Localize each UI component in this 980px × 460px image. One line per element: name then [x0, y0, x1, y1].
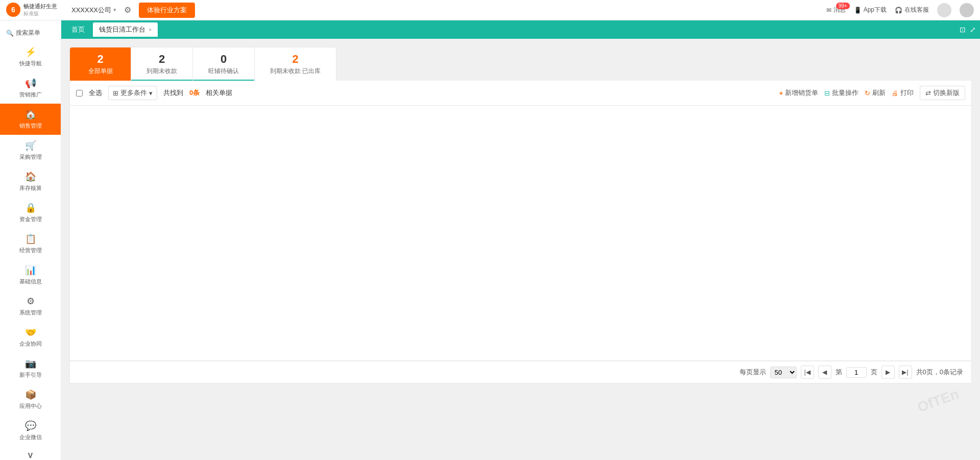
select-all-label: 全选	[89, 88, 102, 98]
member-icon: V	[28, 451, 33, 459]
switch-version-button[interactable]: ⇄ 切换新版	[920, 86, 965, 100]
switch-icon: ⇄	[925, 89, 931, 97]
company-selector[interactable]: XXXXXX公司 ▾	[71, 6, 116, 15]
finance-icon: 🔒	[25, 202, 36, 213]
sidebar-item-cooperation[interactable]: 🤝 企业协同	[0, 322, 61, 353]
print-icon: 🖨	[892, 89, 898, 97]
guide-icon: 📷	[25, 358, 36, 369]
tab-work-bench[interactable]: 钱货日清工作台 ×	[93, 22, 158, 37]
first-page-button[interactable]: |◀	[801, 366, 814, 379]
prev-page-button[interactable]: ◀	[818, 366, 831, 379]
message-badge: 99+	[836, 3, 850, 9]
batch-icon: ⊟	[824, 89, 830, 97]
sidebar-item-member[interactable]: V 畅会员	[0, 446, 61, 460]
wechat-icon: 💬	[25, 420, 36, 431]
system-icon: ⚙	[27, 296, 35, 307]
switch-label: 切换新版	[933, 88, 960, 98]
select-all-checkbox[interactable]	[76, 90, 83, 96]
refresh-icon: ↻	[865, 89, 870, 97]
sidebar-item-label-basic-info: 基础信息	[19, 278, 42, 285]
stats-tabs: 2 全部单据 2 到期未收款 0 旺辅待确认 2 到期未收款 已出库	[69, 47, 336, 81]
sidebar-item-label-sales: 销售管理	[19, 122, 42, 130]
related-text: 相关单据	[206, 88, 232, 98]
user-avatar-2[interactable]	[960, 3, 974, 17]
settings-button[interactable]: ⚙	[120, 3, 135, 17]
top-header: 6 畅捷通好生意 标准版 XXXXXX公司 ▾ ⚙ 体验行业方案 ✉ 消息 99…	[0, 0, 980, 20]
search-icon: 🔍	[6, 30, 14, 37]
filter-button[interactable]: ⊞ 更多条件 ▾	[108, 86, 157, 100]
app-download-action[interactable]: 📱 App下载	[854, 6, 887, 14]
app-center-icon: 📦	[25, 389, 36, 400]
sidebar-item-quick-nav[interactable]: ⚡ 快捷导航	[0, 41, 61, 72]
stat-label-all: 全部单据	[88, 67, 113, 76]
stat-tab-all[interactable]: 2 全部单据	[70, 47, 131, 81]
sidebar-item-finance[interactable]: 🔒 资金管理	[0, 197, 61, 228]
message-action[interactable]: ✉ 消息 99+	[826, 6, 846, 14]
plus-icon: +	[779, 89, 783, 97]
window-expand-icon[interactable]: ⤢	[970, 26, 976, 34]
page-input[interactable]	[846, 367, 867, 378]
company-name: XXXXXX公司	[71, 6, 111, 15]
sidebar-item-label-marketing: 营销推广	[19, 91, 42, 99]
user-avatar[interactable]	[937, 3, 951, 17]
filter-label: 更多条件	[120, 88, 147, 98]
window-restore-icon[interactable]: ⊡	[960, 26, 966, 34]
toolbar-right: + 新增销货单 ⊟ 批量操作 ↻ 刷新 🖨 打印 ⇄ 切换新版	[779, 86, 965, 100]
pagination-bar: 每页显示 50 100 200 |◀ ◀ 第 页 ▶ ▶| 共0页，0条记录	[69, 361, 972, 383]
logo-icon: 6	[6, 3, 20, 17]
sidebar-item-sales[interactable]: 🏠 销售管理	[0, 104, 61, 135]
header-left: 6 畅捷通好生意 标准版 XXXXXX公司 ▾ ⚙ 体验行业方案	[6, 3, 195, 18]
batch-op-button[interactable]: ⊟ 批量操作	[824, 88, 859, 98]
stat-num-pending: 0	[220, 53, 227, 66]
per-page-label: 每页显示	[740, 368, 766, 377]
sidebar-search[interactable]: 🔍 搜索菜单	[0, 25, 61, 41]
add-sale-button[interactable]: + 新增销货单	[779, 88, 818, 98]
refresh-button[interactable]: ↻ 刷新	[865, 88, 886, 98]
refresh-label: 刷新	[872, 88, 886, 98]
print-label: 打印	[900, 88, 914, 98]
message-icon: ✉	[826, 7, 831, 14]
toolbar: 全选 ⊞ 更多条件 ▾ 共找到 0条 相关单据 + 新增销货单 ⊟ 批量操作 ↻…	[69, 81, 972, 106]
sidebar-item-inventory[interactable]: 🏠 库存核算	[0, 166, 61, 197]
quick-nav-icon: ⚡	[25, 46, 36, 58]
sidebar-item-basic-info[interactable]: 📊 基础信息	[0, 259, 61, 290]
tab-home[interactable]: 首页	[65, 22, 91, 37]
sidebar-item-app-center[interactable]: 📦 应用中心	[0, 384, 61, 415]
sidebar-item-operations[interactable]: 📋 经营管理	[0, 228, 61, 259]
sidebar-item-label-inventory: 库存核算	[19, 184, 42, 192]
print-button[interactable]: 🖨 打印	[892, 88, 914, 98]
stat-tab-overdue-out[interactable]: 2 到期未收款 已出库	[255, 47, 336, 81]
sidebar-item-marketing[interactable]: 📢 营销推广	[0, 72, 61, 104]
tab-close-icon[interactable]: ×	[149, 27, 152, 33]
stat-tab-pending[interactable]: 0 旺辅待确认	[193, 47, 255, 81]
online-service-action[interactable]: 🎧 在线客服	[895, 6, 929, 14]
table-area	[69, 106, 972, 361]
logo-text-area: 畅捷通好生意 标准版	[23, 3, 57, 17]
sidebar-search-label: 搜索菜单	[16, 29, 40, 37]
trial-button[interactable]: 体验行业方案	[139, 3, 195, 18]
last-page-button[interactable]: ▶|	[899, 366, 912, 379]
stat-tab-overdue[interactable]: 2 到期未收款	[131, 47, 193, 81]
add-sale-label: 新增销货单	[785, 88, 818, 98]
sidebar-item-system[interactable]: ⚙ 系统管理	[0, 290, 61, 322]
sidebar-item-label-guide: 新手引导	[19, 371, 42, 379]
purchase-icon: 🛒	[25, 140, 36, 151]
found-count: 0条	[189, 88, 200, 98]
stat-num-all: 2	[97, 53, 103, 66]
sidebar: 🔍 搜索菜单 ⚡ 快捷导航 📢 营销推广 🏠 销售管理 🛒 采购管理 🏠 库存核…	[0, 0, 61, 460]
company-dropdown-icon: ▾	[113, 7, 116, 13]
operations-icon: 📋	[25, 233, 36, 245]
found-text: 共找到	[163, 88, 183, 98]
page-label-2: 页	[871, 368, 877, 377]
stat-tab-underline-pending	[193, 80, 254, 81]
filter-chevron-icon: ▾	[149, 89, 153, 97]
next-page-button[interactable]: ▶	[881, 366, 895, 379]
per-page-select[interactable]: 50 100 200	[770, 367, 797, 378]
stat-label-overdue-out: 到期未收款 已出库	[270, 67, 321, 76]
stat-num-overdue: 2	[159, 53, 165, 66]
brand-name: 畅捷通好生意	[23, 3, 57, 10]
sidebar-item-purchase[interactable]: 🛒 采购管理	[0, 135, 61, 166]
sidebar-item-guide[interactable]: 📷 新手引导	[0, 353, 61, 384]
total-text: 共0页，0条记录	[916, 368, 963, 377]
sidebar-item-wechat[interactable]: 💬 企业微信	[0, 415, 61, 446]
